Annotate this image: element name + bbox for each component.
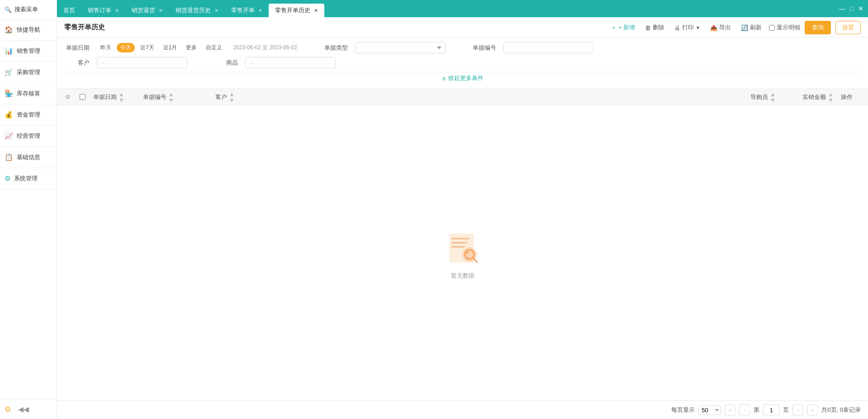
delete-label: 删除 [653, 24, 664, 32]
purchase-icon: 🛒 [5, 68, 13, 76]
tab-sales-return-label: 销货退货 [132, 6, 155, 14]
page-unit-label: 页 [783, 406, 789, 414]
close-button[interactable]: ✕ [858, 5, 863, 12]
filter-settings-button[interactable]: 设置 [835, 21, 861, 34]
table-header: ⚙ 单据日期 ▲▼ 单据编号 ▲▼ 客户 ▲▼ 导购员 [57, 89, 868, 105]
sidebar-item-label: 经营管理 [17, 132, 40, 140]
tab-retail-open[interactable]: 零售开单 ✕ [225, 4, 269, 17]
sidebar-item-label: 基础信息 [17, 153, 40, 161]
minimize-button[interactable]: — [839, 5, 845, 12]
tab-retail-open-close[interactable]: ✕ [258, 8, 262, 14]
sidebar-item-inventory[interactable]: 🏪 库存核算 [0, 83, 57, 104]
th-amount[interactable]: 实销金额 ▲▼ [792, 91, 837, 103]
current-page-input[interactable]: 1 [763, 405, 779, 415]
date-btn-last7[interactable]: 近7天 [137, 43, 158, 52]
empty-text: 暂无数据 [451, 272, 474, 280]
sidebar: 🔍 搜索采单 🏠 快捷导航 📊 销售管理 🛒 采购管理 🏪 库存核算 💰 资金管… [0, 0, 57, 419]
sidebar-item-operations[interactable]: 📈 经营管理 [0, 126, 57, 147]
sales-icon: 📊 [5, 47, 13, 55]
sidebar-item-sales-mgmt[interactable]: 📊 销售管理 [0, 41, 57, 62]
sidebar-collapse-icon[interactable]: ◀◀ [18, 405, 29, 414]
export-icon: 📤 [710, 24, 717, 31]
tab-sales-order-close[interactable]: ✕ [115, 8, 119, 14]
number-filter-input[interactable] [503, 42, 594, 53]
tab-sales-return-history-label: 销货退货历史 [175, 6, 211, 14]
first-page-button[interactable]: « [725, 405, 735, 415]
print-button[interactable]: 🖨 打印 ▼ [672, 22, 703, 33]
tab-sales-return-history-close[interactable]: ✕ [214, 8, 218, 14]
tab-retail-open-label: 零售开单 [231, 6, 255, 14]
th-date-sort-icon: ▲▼ [119, 91, 124, 103]
th-number-label: 单据编号 [143, 93, 166, 101]
table-select-all[interactable] [75, 94, 90, 100]
select-all-checkbox[interactable] [80, 94, 85, 100]
type-filter-select[interactable] [355, 42, 446, 53]
sidebar-item-purchase-mgmt[interactable]: 🛒 采购管理 [0, 62, 57, 83]
date-btn-more[interactable]: 更多 [182, 43, 200, 52]
product-filter-input[interactable]: ··· [245, 57, 336, 68]
product-filter-label: 商品 [213, 59, 238, 67]
tab-retail-open-history-close[interactable]: ✕ [314, 8, 318, 14]
filter-area: 单据日期 昨天 今天 近7天 近1月 更多 自定义 2023-06-02 至 2… [57, 38, 868, 89]
operations-icon: 📈 [5, 132, 13, 140]
last-page-button[interactable]: » [807, 405, 818, 415]
th-guide-label: 导购员 [750, 93, 768, 101]
maximize-button[interactable]: □ [850, 5, 854, 12]
collapse-more-button[interactable]: ∧ 收起更多条件 [64, 72, 861, 84]
sidebar-item-system[interactable]: ⚙ 系统管理 [0, 168, 57, 189]
date-btn-yesterday[interactable]: 昨天 [97, 43, 115, 52]
svg-rect-1 [451, 238, 470, 240]
display-detail-checkbox[interactable]: 显示明细 [769, 24, 800, 32]
next-page-button[interactable]: › [792, 405, 803, 415]
delete-button[interactable]: 🗑 删除 [642, 22, 667, 33]
tab-sales-return-history[interactable]: 销货退货历史 ✕ [169, 4, 225, 17]
per-page-label: 每页显示 [671, 406, 695, 414]
finance-icon: 💰 [5, 111, 13, 119]
display-detail-check[interactable] [769, 25, 775, 31]
th-customer[interactable]: 客户 ▲▼ [212, 91, 747, 103]
tab-sales-order[interactable]: 销售订单 ✕ [81, 4, 125, 17]
sidebar-bottom: ⚙ ◀◀ [0, 399, 57, 419]
svg-rect-3 [451, 246, 465, 248]
th-guide[interactable]: 导购员 ▲▼ [747, 91, 792, 103]
refresh-icon: 🔄 [741, 24, 748, 31]
tab-sales-return[interactable]: 销货退货 ✕ [125, 4, 169, 17]
tab-sales-return-close[interactable]: ✕ [159, 8, 163, 14]
svg-point-7 [466, 251, 469, 254]
display-detail-label: 显示明细 [777, 24, 800, 32]
export-button[interactable]: 📤 导出 [707, 22, 734, 33]
add-button[interactable]: ＋ + 新增 [608, 22, 638, 33]
query-button[interactable]: 查询 [805, 21, 831, 34]
tab-home[interactable]: 首页 [57, 4, 81, 17]
customer-filter-input[interactable]: ··· [97, 57, 187, 68]
th-number[interactable]: 单据编号 ▲▼ [139, 91, 212, 103]
tab-retail-open-history-label: 零售开单历史 [275, 6, 310, 14]
sidebar-item-finance[interactable]: 💰 资金管理 [0, 104, 57, 126]
tab-retail-open-history[interactable]: 零售开单历史 ✕ [269, 4, 324, 17]
inventory-icon: 🏪 [5, 89, 13, 98]
th-date[interactable]: 单据日期 ▲▼ [90, 91, 139, 103]
add-label: + 新增 [618, 24, 635, 32]
date-filter-label: 单据日期 [64, 44, 90, 52]
per-page-select[interactable]: 50 100 200 [698, 405, 721, 415]
page-title: 零售开单历史 [64, 23, 105, 32]
table-settings-icon[interactable]: ⚙ [61, 94, 75, 100]
th-customer-label: 客户 [215, 93, 227, 101]
sidebar-item-basic-info[interactable]: 📋 基础信息 [0, 147, 57, 168]
date-btn-custom[interactable]: 自定义 [202, 43, 226, 52]
refresh-button[interactable]: 🔄 刷新 [738, 22, 764, 33]
sidebar-item-quick-nav[interactable]: 🏠 快捷导航 [0, 19, 57, 41]
date-btn-last1m[interactable]: 近1月 [160, 43, 181, 52]
settings-gear-icon[interactable]: ⚙ [5, 405, 11, 414]
system-icon: ⚙ [5, 174, 10, 183]
sidebar-search[interactable]: 🔍 搜索采单 [0, 0, 57, 19]
th-amount-sort-icon: ▲▼ [828, 91, 834, 103]
prev-page-button[interactable]: ‹ [739, 405, 750, 415]
empty-state: 暂无数据 [57, 105, 868, 400]
print-label: 打印 [682, 24, 694, 32]
empty-illustration [440, 226, 485, 272]
th-amount-label: 实销金额 [802, 93, 826, 101]
date-btn-today[interactable]: 今天 [117, 43, 135, 52]
customer-filter-label: 客户 [64, 59, 90, 67]
svg-rect-2 [451, 242, 467, 244]
